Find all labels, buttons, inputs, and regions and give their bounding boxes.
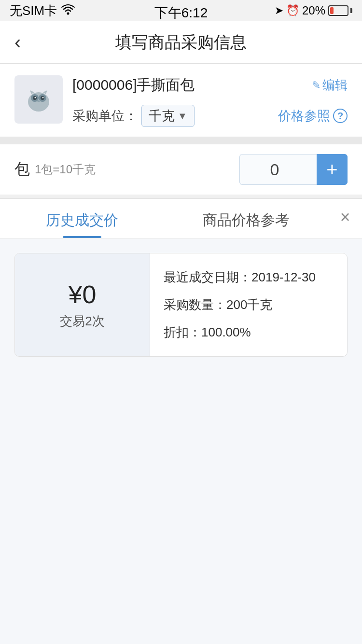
dropdown-arrow-icon: ▼ [178,111,187,122]
battery-percent: 20% [302,4,325,17]
svg-point-7 [42,97,44,98]
quantity-plus-button[interactable]: + [317,154,348,185]
price-card: ¥0 交易2次 最近成交日期：2019-12-30 采购数量：200千克 折扣：… [14,253,348,357]
edit-icon: ✎ [312,79,320,92]
date-label: 最近成交日期： [164,270,251,284]
help-circle-icon: ? [333,109,348,123]
close-icon: × [340,207,350,227]
product-section: [0000006]手撕面包 ✎ 编辑 采购单位： 千克 ▼ 价格参照 ? [0,64,362,137]
unit-row: 采购单位： 千克 ▼ 价格参照 ? [72,105,348,127]
product-name-row: [0000006]手撕面包 ✎ 编辑 [72,75,348,95]
quantity-input-row: + [239,154,348,185]
price-amount: ¥0 [69,280,97,309]
discount-label: 折扣： [164,325,201,339]
alarm-icon: ⏰ [286,4,299,17]
back-button[interactable]: ‹ [14,31,21,53]
product-image-icon [22,83,56,116]
price-detail-date: 最近成交日期：2019-12-30 [164,268,334,287]
battery-icon [328,5,352,16]
product-name: [0000006]手撕面包 [72,75,195,95]
tab-history-price[interactable]: 历史成交价 [0,201,164,238]
quantity-input[interactable] [239,154,317,185]
edit-label: 编辑 [322,77,348,94]
unit-label: 采购单位： [72,107,138,125]
carrier-label: 无SIM卡 [10,2,57,19]
qty-label: 采购数量： [164,297,226,312]
tab-history-price-label: 历史成交价 [46,212,118,228]
quantity-conversion-label: 1包=10千克 [35,162,96,177]
price-card-left: ¥0 交易2次 [15,253,150,356]
price-ref-button[interactable]: 价格参照 ? [278,107,348,125]
nav-bar: ‹ 填写商品采购信息 [0,21,362,64]
unit-select-dropdown[interactable]: 千克 ▼ [141,105,195,127]
tabs-close-button[interactable]: × [328,207,362,232]
status-left: 无SIM卡 [10,2,75,19]
price-number: 0 [83,280,97,308]
product-thumbnail [14,75,63,124]
wifi-icon [61,3,75,18]
section-divider [0,137,362,144]
location-icon: ➤ [275,4,283,17]
price-card-right: 最近成交日期：2019-12-30 采购数量：200千克 折扣：100.00% [150,253,347,356]
tabs-header: 历史成交价 商品价格参考 × [0,199,362,238]
quantity-unit-label: 包 [14,159,30,180]
trade-count: 交易2次 [60,313,104,330]
product-info: [0000006]手撕面包 ✎ 编辑 采购单位： 千克 ▼ 价格参照 ? [72,75,348,127]
status-bar: 无SIM卡 下午6:12 ➤ ⏰ 20% [0,0,362,21]
unit-value: 千克 [149,107,175,125]
tab-price-reference[interactable]: 商品价格参考 [164,201,328,238]
price-card-section: ¥0 交易2次 最近成交日期：2019-12-30 采购数量：200千克 折扣：… [0,238,362,371]
price-ref-label: 价格参照 [278,107,330,125]
main-content-area [0,371,362,644]
edit-button[interactable]: ✎ 编辑 [312,77,348,94]
status-right: ➤ ⏰ 20% [275,4,352,17]
tab-price-reference-label: 商品价格参考 [203,212,290,228]
page-title: 填写商品采购信息 [115,31,247,54]
price-detail-discount: 折扣：100.00% [164,323,334,342]
svg-point-6 [35,97,36,98]
quantity-section: 包 1包=10千克 + [0,144,362,195]
quantity-label-group: 包 1包=10千克 [14,159,96,180]
date-value: 2019-12-30 [251,270,316,284]
price-detail-qty: 采购数量：200千克 [164,295,334,314]
plus-icon: + [326,159,337,181]
tabs-section: 历史成交价 商品价格参考 × ¥0 交易2次 最近成交日期：2019-12-30… [0,198,362,371]
status-time: 下午6:12 [154,4,208,22]
qty-value: 200千克 [226,297,272,312]
currency-symbol: ¥ [69,280,83,308]
svg-point-0 [67,12,70,14]
product-row: [0000006]手撕面包 ✎ 编辑 采购单位： 千克 ▼ 价格参照 ? [14,75,348,127]
discount-value: 100.00% [201,325,251,339]
